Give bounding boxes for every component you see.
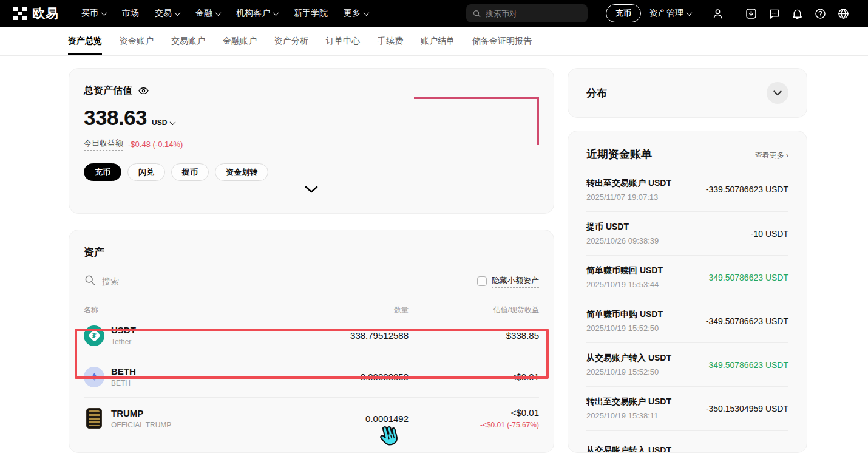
asset-amount: 0.00000059 <box>290 372 409 382</box>
okx-logo[interactable]: 欧易 <box>13 5 59 22</box>
asset-management-menu[interactable]: 资产管理 <box>649 8 691 19</box>
search-icon <box>472 9 481 18</box>
today-pnl-value: -$0.48 (-0.14%) <box>128 140 183 149</box>
download-app-button[interactable] <box>739 4 762 22</box>
nav-divider <box>734 8 734 19</box>
chevron-down-icon <box>170 119 176 125</box>
tab-fees[interactable]: 手续费 <box>378 27 403 55</box>
annotation-line-horizontal <box>414 97 539 99</box>
eye-icon[interactable] <box>138 85 149 97</box>
col-header-value: 估值/现货收益 <box>409 305 539 315</box>
nav-divider <box>70 7 70 19</box>
total-assets-card: 总资产估值 338.63 USD 今日收益额 -$0.48 (-0.14%) 充… <box>69 68 554 214</box>
tab-assets-overview[interactable]: 资产总览 <box>68 27 102 55</box>
asset-name: BETH <box>111 379 136 387</box>
support-chat-button[interactable] <box>762 4 785 22</box>
assets-title: 资产 <box>84 245 539 259</box>
chat-icon <box>768 7 781 20</box>
right-column: 分布 近期资金账单 查看更多 › 转出至交易账户 USDT2025/11/07 … <box>568 68 807 453</box>
deposit-button[interactable]: 充币 <box>606 4 641 22</box>
tab-asset-analysis[interactable]: 资产分析 <box>274 27 308 55</box>
nav-item-trade[interactable]: 交易 <box>155 8 180 19</box>
asset-row-usdt[interactable]: ₮ USDT Tether 338.79512588 $338.85 <box>84 315 539 356</box>
help-icon <box>814 7 827 20</box>
bill-item[interactable]: 转出至交易账户 USDT2025/10/19 15:38:11 -350.153… <box>586 386 788 430</box>
convert-action-button[interactable]: 闪兑 <box>127 163 165 181</box>
distribution-card: 分布 <box>568 68 807 118</box>
tab-finance-account[interactable]: 金融账户 <box>223 27 257 55</box>
assets-search-input[interactable] <box>102 276 477 286</box>
bills-list: 转出至交易账户 USDT2025/11/07 19:07:13 -339.507… <box>586 168 788 453</box>
beth-coin-icon <box>84 367 104 387</box>
today-pnl-label[interactable]: 今日收益额 <box>84 138 123 151</box>
bill-item[interactable]: 简单赚币申购 USDT2025/10/19 15:52:50 -349.5078… <box>586 299 788 342</box>
language-button[interactable] <box>832 4 855 22</box>
total-assets-title: 总资产估值 <box>84 84 132 97</box>
bill-amount: -10 USDT <box>751 229 788 239</box>
asset-row-beth[interactable]: BETH BETH 0.00000059 <$0.01 <box>84 356 539 398</box>
withdraw-action-button[interactable]: 提币 <box>171 163 209 181</box>
tab-trading-account[interactable]: 交易账户 <box>171 27 205 55</box>
tab-proof-of-reserves[interactable]: 储备金证明报告 <box>472 27 532 55</box>
total-assets-value: 338.63 <box>84 106 147 130</box>
download-icon <box>745 7 758 20</box>
divider <box>84 298 539 298</box>
trump-coin-icon <box>86 408 102 429</box>
search-icon <box>84 274 96 288</box>
bill-amount: 349.50786623 USDT <box>708 273 788 282</box>
annotation-line-vertical <box>537 97 539 145</box>
tab-account-statement[interactable]: 账户结单 <box>421 27 455 55</box>
notifications-button[interactable] <box>785 4 809 22</box>
top-navbar: 欧易 买币 市场 交易 金融 机构客户 新手学院 更多 充币 资产管理 <box>0 0 868 27</box>
tab-order-center[interactable]: 订单中心 <box>326 27 360 55</box>
bill-item[interactable]: 转出至交易账户 USDT2025/11/07 19:07:13 -339.507… <box>586 168 788 211</box>
bill-item[interactable]: 简单赚币赎回 USDT2025/10/19 15:53:44 349.50786… <box>586 255 788 299</box>
asset-symbol: TRUMP <box>111 408 171 418</box>
bill-amount: 349.50786623 USDT <box>708 360 788 370</box>
nav-item-finance[interactable]: 金融 <box>195 8 220 19</box>
nav-item-academy[interactable]: 新手学院 <box>294 8 328 19</box>
col-header-name: 名称 <box>84 305 290 315</box>
hide-small-assets-toggle[interactable]: 隐藏小额资产 <box>477 275 539 288</box>
chevron-down-icon <box>101 10 107 16</box>
view-more-link[interactable]: 查看更多 › <box>755 151 788 161</box>
currency-selector[interactable]: USD <box>152 118 175 127</box>
nav-item-markets[interactable]: 市场 <box>122 8 139 19</box>
asset-value: $338.85 <box>409 330 539 341</box>
help-button[interactable] <box>809 4 832 22</box>
bill-item[interactable]: 从交易账户转入 USDT2025/10/19 15:52:50 349.5078… <box>586 342 788 386</box>
nav-right-group: 充币 资产管理 <box>466 4 855 22</box>
asset-value-change: -<$0.01 (-75.67%) <box>409 421 539 429</box>
bill-item[interactable]: 提币 USDT2025/10/26 09:38:39 -10 USDT <box>586 211 788 255</box>
chevron-down-icon <box>773 90 782 96</box>
nav-item-buy-crypto[interactable]: 买币 <box>81 8 106 19</box>
transfer-action-button[interactable]: 资金划转 <box>215 163 268 181</box>
pair-search-input[interactable] <box>486 9 577 18</box>
user-profile-button[interactable] <box>706 4 729 22</box>
deposit-action-button[interactable]: 充币 <box>84 163 121 181</box>
chevron-down-icon <box>215 10 222 16</box>
col-header-amount: 数量 <box>290 305 409 315</box>
tab-funding-account[interactable]: 资金账户 <box>120 27 154 55</box>
asset-value: <$0.01 <box>409 372 539 382</box>
assets-card: 资产 隐藏小额资产 名称 数量 估值/现货收益 ₮ U <box>69 230 554 453</box>
pair-search-box[interactable] <box>466 4 588 22</box>
okx-logo-icon <box>13 7 27 20</box>
asset-symbol: BETH <box>111 366 136 376</box>
user-icon <box>711 7 724 20</box>
distribution-expand-button[interactable] <box>767 82 788 104</box>
asset-amount: 338.79512588 <box>290 330 409 341</box>
bill-amount: -349.50786623 USDT <box>706 316 788 326</box>
hide-small-assets-checkbox[interactable] <box>477 276 487 286</box>
asset-row-trump[interactable]: TRUMP OFFICIAL TRUMP 0.0001492 <$0.01 -<… <box>84 398 539 439</box>
account-tabbar: 资产总览 资金账户 交易账户 金融账户 资产分析 订单中心 手续费 账户结单 储… <box>0 27 868 56</box>
chevron-down-icon <box>364 10 370 16</box>
chevron-down-icon <box>273 10 279 16</box>
expand-summary-chevron[interactable] <box>305 185 318 196</box>
nav-item-more[interactable]: 更多 <box>344 8 368 19</box>
bill-item[interactable]: 从交易账户转入 USDT <box>586 430 788 453</box>
asset-name: Tether <box>111 338 136 346</box>
chevron-down-icon <box>305 185 318 194</box>
nav-item-institutional[interactable]: 机构客户 <box>236 8 278 19</box>
bill-amount: -339.50786623 USDT <box>706 185 788 194</box>
